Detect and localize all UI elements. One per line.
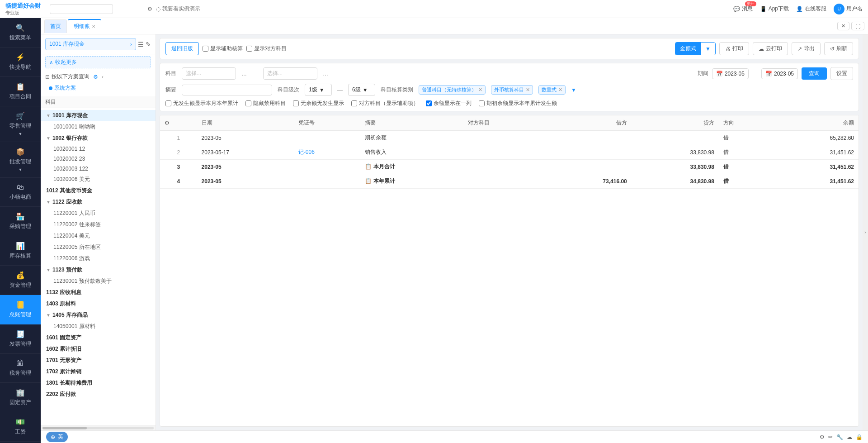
- tab-close-icon[interactable]: ✕: [92, 24, 95, 29]
- status-cloud-icon[interactable]: ☁: [847, 434, 852, 440]
- top-search-input[interactable]: [50, 4, 113, 14]
- tree-item-1001[interactable]: ▼ 1001 库存现金: [41, 110, 156, 121]
- panel-scroll-bar[interactable]: [41, 425, 156, 430]
- cb-opposite[interactable]: 对方科目（显示辅助项）: [351, 100, 419, 107]
- tree-item-11220004[interactable]: 11220004 美元: [41, 230, 156, 242]
- online-service-btn[interactable]: 👤 在线客服: [796, 5, 826, 13]
- cb-hide-disabled[interactable]: 隐藏禁用科目: [245, 100, 286, 107]
- settings-small-icon[interactable]: ⚙: [93, 74, 98, 80]
- tree-item-11230001[interactable]: 11230001 预付款数美于: [41, 276, 156, 287]
- tree-item-1405[interactable]: ▼ 1405 库存商品: [41, 310, 156, 321]
- sidebar-item-xiaochang[interactable]: 🛍 小畅电商: [0, 178, 41, 207]
- settings-filter-btn[interactable]: 设置: [830, 67, 853, 80]
- show-opposite-input[interactable]: [246, 46, 252, 52]
- amount-view-btn[interactable]: 金额式: [675, 43, 701, 55]
- show-aux-checkbox[interactable]: 显示辅助核算: [203, 45, 243, 52]
- tag-1-close[interactable]: ✕: [478, 87, 482, 93]
- tab-expand-btn[interactable]: ⛶: [851, 22, 864, 30]
- cb-no-amount-input[interactable]: [293, 100, 299, 106]
- sidebar-item-inventory[interactable]: 📊 库存核算: [0, 236, 41, 266]
- status-settings-icon[interactable]: ⚙: [820, 434, 825, 440]
- sidebar-item-tax[interactable]: 🏛 税务管理: [0, 354, 41, 383]
- tree-item-10020001[interactable]: 10020001 12: [41, 144, 156, 154]
- cb-no-amount[interactable]: 无余额无发生显示: [293, 100, 344, 107]
- summary-input[interactable]: [182, 85, 272, 95]
- level-to-select[interactable]: 6级 ▼: [348, 84, 375, 96]
- voucher-link-2[interactable]: 记-006: [298, 149, 315, 155]
- sidebar-item-retail[interactable]: 🛒 零售管理 ▼: [0, 106, 41, 142]
- edit-icon[interactable]: ✎: [146, 41, 151, 48]
- status-lang-btn[interactable]: ⊕ 英: [46, 432, 68, 442]
- tree-item-11220006[interactable]: 11220006 游戏: [41, 253, 156, 264]
- tree-item-10010001[interactable]: 10010001 哟哟哟: [41, 121, 156, 133]
- tree-item-1403[interactable]: 1403 原材料: [41, 298, 156, 310]
- current-account[interactable]: 1001 库存现金 ›: [45, 38, 136, 50]
- tree-item-11220002[interactable]: 11220002 往来标签: [41, 219, 156, 230]
- back-old-version-btn[interactable]: 退回旧版: [165, 42, 199, 55]
- level-from-select[interactable]: 1级 ▼: [305, 84, 332, 96]
- sidebar-item-project[interactable]: 📋 项目合同: [0, 77, 41, 106]
- list-view-icon[interactable]: ☰: [138, 41, 144, 48]
- sidebar-item-salary[interactable]: 💵 工资: [0, 412, 41, 442]
- tab-home[interactable]: 首页: [44, 19, 67, 33]
- period-to-date[interactable]: 📅 2023-05: [761, 68, 798, 79]
- user-avatar[interactable]: U 用户名: [834, 4, 863, 14]
- status-tool-icon[interactable]: 🔧: [836, 434, 843, 440]
- subject-select[interactable]: 选择...: [182, 67, 236, 80]
- tree-item-1601[interactable]: 1601 固定资产: [41, 332, 156, 343]
- query-btn[interactable]: 查询: [802, 67, 827, 80]
- tree-item-10020003[interactable]: 10020003 122: [41, 164, 156, 174]
- cb-year-begin[interactable]: 期初余额显示本年累计发生额: [479, 100, 557, 107]
- tree-item-2202[interactable]: 2202 应付款: [41, 389, 156, 400]
- tag-3-close[interactable]: ✕: [558, 87, 562, 93]
- cb-no-balance-input[interactable]: [165, 100, 171, 106]
- sidebar-item-quicknav[interactable]: ⚡ 快捷导航: [0, 48, 41, 77]
- collapse-more-btn[interactable]: ∧ 收起更多: [45, 56, 151, 68]
- tree-item-1132[interactable]: 1132 应收利息: [41, 287, 156, 298]
- show-opposite-checkbox[interactable]: 显示对方科目: [246, 45, 287, 52]
- tree-item-10020002[interactable]: 10020002 23: [41, 154, 156, 164]
- system-plan-item[interactable]: 系统方案: [45, 82, 151, 94]
- view-toggle-arrow[interactable]: ▼: [701, 43, 715, 55]
- cb-balance-one-col-input[interactable]: [426, 100, 432, 106]
- cb-year-begin-input[interactable]: [479, 100, 485, 106]
- sidebar-item-purchase[interactable]: 🏪 采购管理: [0, 207, 41, 236]
- print-btn[interactable]: 🖨 打印: [719, 42, 749, 55]
- tree-item-11220005[interactable]: 11220005 所在地区: [41, 242, 156, 253]
- tag-2-close[interactable]: ✕: [526, 87, 530, 93]
- tree-item-11220001[interactable]: 11220001 人民币: [41, 208, 156, 219]
- tab-detail[interactable]: 明细账 ✕: [68, 19, 101, 33]
- status-edit-icon[interactable]: ✏: [828, 434, 833, 440]
- refresh-btn[interactable]: ↺ 刷新: [824, 42, 853, 55]
- tree-item-1602[interactable]: 1602 累计折旧: [41, 343, 156, 355]
- tree-item-1012[interactable]: 1012 其他货币资金: [41, 185, 156, 196]
- sidebar-item-capital[interactable]: 💰 资金管理: [0, 266, 41, 295]
- tree-item-14050001[interactable]: 14050001 原材料: [41, 321, 156, 332]
- right-collapse-btn[interactable]: ›: [863, 34, 868, 430]
- sidebar-item-assets[interactable]: 🏢 固定资产: [0, 383, 41, 412]
- demo-btn[interactable]: ◌ 我要看实例演示: [156, 5, 200, 13]
- export-btn[interactable]: ↗ 导出: [792, 42, 821, 55]
- sidebar-item-accounting[interactable]: 📒 总账管理: [0, 295, 41, 324]
- message-btn[interactable]: 💬 消息 99+: [733, 5, 753, 13]
- tree-item-10020006[interactable]: 10020006 美元: [41, 174, 156, 185]
- tree-item-1702[interactable]: 1702 累计摊销: [41, 366, 156, 377]
- cb-no-balance[interactable]: 无发生额显示本月本年累计: [165, 100, 238, 107]
- table-settings-icon[interactable]: ⚙: [165, 120, 170, 126]
- subject-select-2[interactable]: 选择...: [263, 67, 317, 80]
- sidebar-item-search[interactable]: 🔍 搜索菜单: [0, 18, 41, 48]
- top-search[interactable]: [50, 4, 140, 14]
- sidebar-item-wholesale[interactable]: 📦 批发管理 ▼: [0, 142, 41, 178]
- show-aux-input[interactable]: [203, 46, 208, 52]
- app-download-btn[interactable]: 📱 App下载: [760, 5, 789, 13]
- cb-opposite-input[interactable]: [351, 100, 357, 106]
- cloud-print-btn[interactable]: ☁ 云打印: [753, 42, 788, 55]
- tree-item-1002[interactable]: ▼ 1002 银行存款: [41, 133, 156, 144]
- cb-hide-disabled-input[interactable]: [245, 100, 251, 106]
- period-from-date[interactable]: 📅 2023-05: [712, 68, 749, 79]
- tree-item-1122[interactable]: ▼ 1122 应收款: [41, 196, 156, 208]
- status-lock-icon[interactable]: 🔒: [856, 434, 863, 440]
- tree-item-1123[interactable]: ▼ 1123 预付款: [41, 264, 156, 276]
- cb-balance-one-col[interactable]: 余额显示在一列: [426, 100, 472, 107]
- tab-close-btn[interactable]: ✕: [837, 22, 849, 30]
